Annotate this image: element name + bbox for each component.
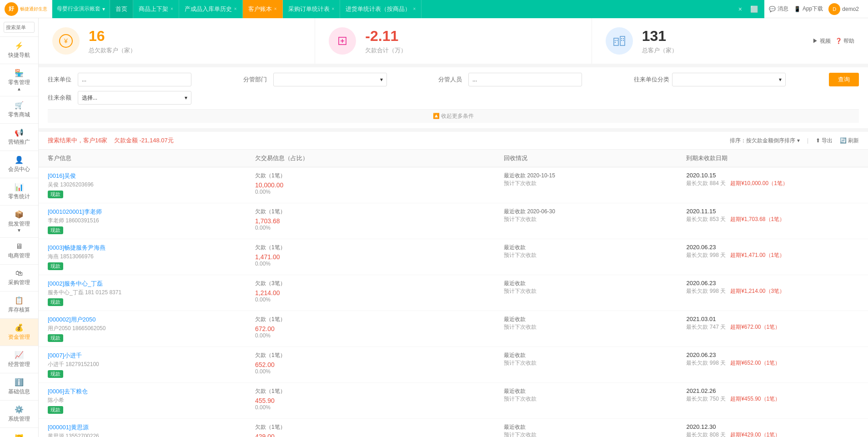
logo-area: 好 畅捷通好生意 [5, 0, 52, 18]
person-input[interactable]: ... [468, 73, 582, 86]
overdue-link-2[interactable]: 超期¥1,471.00（1笔） [730, 252, 785, 258]
debt-amount-3[interactable]: 1,214.00 [255, 289, 486, 296]
overdue-link-4[interactable]: 超期¥672.00（1笔） [730, 324, 780, 330]
debt-amount-0[interactable]: 10,000.00 [255, 181, 486, 189]
sidebar-item-quick-nav[interactable]: ⚡ 快捷导航 [0, 37, 38, 64]
balance-label: 往来余额 [48, 94, 75, 102]
debt-percent-4: 0.00% [255, 332, 486, 339]
partner-class-select[interactable]: ▾ [672, 73, 786, 86]
sidebar-item-ecommerce[interactable]: 🖥 电商管理 [0, 238, 38, 265]
cell-recovery-4: 最近收款 预计下次收款 [495, 311, 677, 347]
overdue-link-5[interactable]: 超期¥652.00（1笔） [730, 360, 780, 366]
debt-count-7: 欠款（1笔） [255, 423, 486, 431]
debt-amount-1[interactable]: 1,703.68 [255, 217, 486, 225]
overdue-link-3[interactable]: 超期¥1,214.00（3笔） [730, 288, 785, 294]
logo-icon: 好 [5, 2, 18, 16]
sidebar-item-inventory[interactable]: 📋 库存核算 [0, 291, 38, 319]
total-customers-count: 131 [642, 28, 677, 45]
debt-percent-1: 0.00% [255, 225, 486, 231]
overdue-link-0[interactable]: 超期¥10,000.00（1笔） [730, 180, 788, 186]
table-row: [000001]黄思源 黄思源 13552700226 现款 欠款（1笔） 42… [39, 419, 868, 437]
total-debt-label: 欠款合计（万） [365, 46, 406, 55]
table-row: [0002]服务中心_丁磊 服务中心_丁磊 181 0125 8371 现款 欠… [39, 275, 868, 311]
next-collect-5: 预计下次收款 [504, 359, 668, 367]
debt-customers-icon: ¥ [52, 27, 80, 55]
cell-customer-7: [000001]黄思源 黄思源 13552700226 现款 [39, 419, 246, 437]
debt-percent-2: 0.00% [255, 261, 486, 267]
overdue-link-6[interactable]: 超期¥455.90（1笔） [730, 396, 780, 402]
customer-name-5[interactable]: [0007]小进千 [48, 352, 237, 360]
tab-product-history[interactable]: 产成品入库单历史 × [179, 0, 243, 18]
customer-tag-4: 现款 [48, 334, 63, 342]
close-icon[interactable]: × [234, 6, 237, 11]
tab-home[interactable]: 首页 [110, 0, 133, 18]
customer-name-7[interactable]: [000001]黄思源 [48, 423, 237, 432]
sidebar-item-marketing[interactable]: 📢 营销推广 [0, 124, 38, 151]
total-debt-amount: -2.11 [365, 28, 406, 45]
video-btn[interactable]: ▶ 视频 [813, 37, 830, 45]
search-input[interactable] [4, 22, 35, 33]
sidebar-item-retail-stats[interactable]: 📊 零售统计 [0, 178, 38, 206]
sort-select[interactable]: 排序：按欠款金额倒序排序 ▾ [730, 137, 800, 145]
customer-name-1[interactable]: [0001020001]李老师 [48, 208, 237, 216]
sidebar-item-member[interactable]: 👤 会员中心 [0, 151, 38, 178]
balance-select[interactable]: 选择... ▾ [78, 91, 191, 105]
results-area: 搜索结果中，客户16家 欠款金额 -21,148.07元 排序：按欠款金额倒序排… [39, 132, 868, 437]
window-close-btn[interactable]: × [737, 4, 744, 15]
chevron-down-icon: ▾ [185, 95, 187, 101]
sidebar-item-operations[interactable]: 📈 经营管理 [0, 346, 38, 373]
query-button[interactable]: 查询 [829, 73, 859, 86]
top-bar: 好 畅捷通好生意 母婴行业演示账套 ▾ 首页 商品上下架 × [0, 0, 868, 18]
customer-phone-2: 海燕 18513066976 [48, 253, 237, 261]
close-icon[interactable]: × [274, 6, 277, 11]
debt-amount-2[interactable]: 1,471.00 [255, 253, 486, 261]
sidebar-item-retail-mgmt[interactable]: 🏪 零售管理 ▲ [0, 64, 38, 96]
dept-select[interactable]: ▾ [273, 73, 387, 86]
balance-filter: 往来余额 选择... ▾ [48, 91, 859, 105]
overdue-days-0: 最长欠款 884 天 超期¥10,000.00（1笔） [686, 180, 859, 187]
export-btn[interactable]: ⬆ 导出 [816, 137, 833, 145]
refresh-btn[interactable]: 🔄 刷新 [840, 137, 859, 145]
debt-amount-5[interactable]: 652.00 [255, 361, 486, 368]
sidebar-search-area [0, 18, 38, 37]
mobile-icon: 📱 [794, 6, 801, 12]
close-icon[interactable]: × [332, 6, 335, 11]
help-btn[interactable]: ❓ 帮助 [835, 37, 854, 45]
overdue-days-6: 最长欠款 750 天 超期¥455.90（1笔） [686, 395, 859, 403]
svg-rect-3 [620, 36, 625, 45]
due-date-7: 2020.12.30 [686, 423, 859, 430]
debt-amount-4[interactable]: 672.00 [255, 325, 486, 332]
sidebar-item-purchase[interactable]: 🛍 采购管理 [0, 265, 38, 291]
collapse-bar[interactable]: 🔼 收起更多条件 [48, 109, 859, 123]
sidebar-item-finance[interactable]: 💰 资金管理 [0, 319, 38, 346]
tab-customer-account[interactable]: 客户账本 × [243, 0, 283, 18]
app-download-btn[interactable]: 📱 App下载 [794, 5, 823, 13]
user-avatar[interactable]: D demo2 [828, 3, 859, 15]
sidebar-item-system[interactable]: ⚙️ 系统管理 [0, 401, 38, 428]
debt-amount-7[interactable]: 429.00 [255, 433, 486, 437]
overdue-link-1[interactable]: 超期¥1,703.68（1笔） [730, 216, 785, 222]
sidebar-item-basic-info[interactable]: ℹ️ 基础信息 [0, 373, 38, 401]
close-icon[interactable]: × [171, 6, 173, 11]
customer-tag-0: 现款 [48, 191, 63, 198]
sidebar-item-enterprise[interactable]: 🤝 企业协同 [0, 428, 38, 437]
tab-product-online[interactable]: 商品上下架 × [133, 0, 179, 18]
customer-name-2[interactable]: [0003]畅捷服务尹海燕 [48, 244, 237, 252]
window-max-btn[interactable]: ⬜ [748, 4, 760, 15]
close-icon[interactable]: × [413, 6, 416, 11]
tab-purchase-order[interactable]: 采购订单统计表 × [283, 0, 341, 18]
customer-name-6[interactable]: [0006]去下粮仓 [48, 387, 237, 396]
partner-input[interactable]: ... [78, 73, 191, 86]
customer-name-0[interactable]: [0016]吴俊 [48, 172, 237, 180]
debt-amount-6[interactable]: 455.90 [255, 397, 486, 404]
customer-name-3[interactable]: [0002]服务中心_丁磊 [48, 280, 237, 288]
sidebar-item-retail-mall[interactable]: 🛒 零售商城 [0, 96, 38, 124]
tab-stock-summary[interactable]: 进货单统计表（按商品） × [340, 0, 421, 18]
col-debt-info: 欠交易信息（占比） [246, 150, 495, 167]
svg-rect-4 [615, 40, 616, 41]
message-btn[interactable]: 💬 消息 [769, 5, 788, 13]
sidebar-item-batch-mgmt[interactable]: 📦 批发管理 ▼ [0, 206, 38, 238]
overdue-link-7[interactable]: 超期¥429.00（1笔） [730, 432, 780, 437]
customer-name-4[interactable]: [000002]用户2050 [48, 316, 237, 324]
cell-debt-2: 欠款（1笔） 1,471.00 0.00% [246, 239, 495, 275]
